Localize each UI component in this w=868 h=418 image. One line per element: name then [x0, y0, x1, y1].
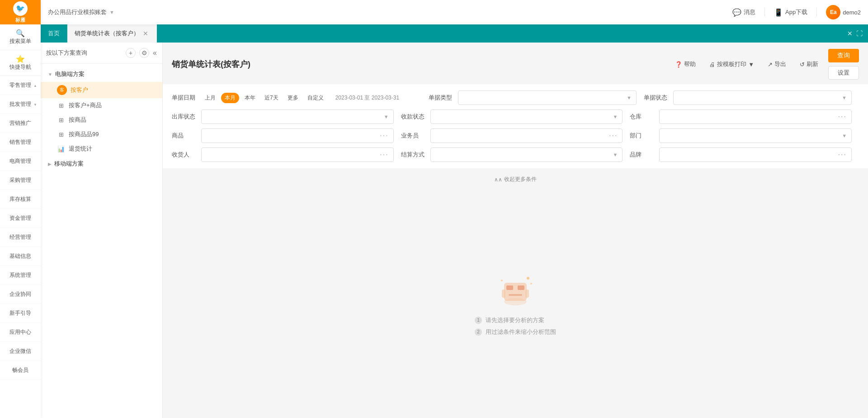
content-area: 按以下方案查询 + ⚙ « ▼ 电脑端方案 客 按客户 [41, 43, 868, 418]
salesperson-select[interactable]: ··· [430, 128, 623, 143]
sidebar-item-operation[interactable]: 经营管理 [0, 228, 41, 247]
receiver-label: 收货人 [172, 151, 197, 159]
collapse-bar[interactable]: ∧∧ 收起更多条件 [163, 172, 868, 187]
sidebar-item-coop[interactable]: 企业协同 [0, 285, 41, 304]
sidebar-item-inventory[interactable]: 库存核算 [0, 190, 41, 209]
warehouse-select[interactable]: ··· [659, 109, 852, 124]
export-button[interactable]: ↗ 导出 [764, 58, 790, 70]
date-tabs: 上月 本月 本年 近7天 更多 自定义 [201, 93, 327, 103]
bill-type-chevron-icon: ▼ [627, 95, 632, 100]
date-filter-label: 单据日期 [172, 94, 197, 102]
settle-select[interactable]: ▼ [430, 147, 623, 162]
sidebar-item-sales[interactable]: 销售管理 [0, 133, 41, 152]
tree-item-return-stat[interactable]: 📊 退货统计 [41, 142, 162, 156]
filter-section: 单据日期 上月 本月 本年 近7天 更多 自定义 2023-03-01 至 20… [163, 84, 868, 168]
receiver-select[interactable]: ··· [201, 147, 394, 162]
warehouse-filter-cell: 仓库 ··· [630, 109, 859, 124]
date-tab-this-year[interactable]: 本年 [241, 93, 259, 103]
sidebar-item-retail[interactable]: 零售管理 [0, 76, 41, 95]
query-button[interactable]: 查询 [828, 49, 859, 62]
filter-row-2: 出库状态 ▼ 收款状态 ▼ 仓库 [172, 109, 859, 124]
sidebar-item-system[interactable]: 系统管理 [0, 266, 41, 285]
collapse-panel-button[interactable]: « [153, 49, 157, 57]
date-tab-custom[interactable]: 自定义 [304, 93, 327, 103]
edit-scheme-button[interactable]: ⚙ [139, 48, 149, 58]
empty-tips: 1 请先选择要分析的方案 2 用过滤条件来缩小分析范围 [475, 316, 556, 336]
scheme-icon2: ⊞ [57, 116, 65, 124]
avatar: Ea [826, 5, 840, 19]
tab-sales-stat[interactable]: 销货单统计表（按客户） ✕ [67, 24, 157, 43]
tabbar: 首页 销货单统计表（按客户） ✕ ✕ ⛶ [41, 24, 868, 43]
out-status-select[interactable]: ▼ [201, 109, 394, 124]
tab-minimize-icon[interactable]: ✕ [847, 30, 853, 37]
goods-filter-cell: 商品 ··· [172, 128, 401, 143]
bill-type-select[interactable]: ▼ [458, 90, 637, 105]
dept-select[interactable]: ▼ [659, 128, 852, 143]
date-tab-last7[interactable]: 近7天 [261, 93, 282, 103]
settle-chevron-icon: ▼ [613, 152, 618, 157]
scheme-icon3: ⊞ [57, 130, 65, 138]
message-button[interactable]: 💬 消息 [732, 8, 755, 17]
app-download-label: App下载 [785, 8, 807, 16]
page-title-bar: 销货单统计表(按客户) ❓ 帮助 🖨 按模板打印 ▼ ↗ 导出 [163, 43, 868, 84]
settings-button[interactable]: 设置 [828, 66, 859, 80]
tab-home[interactable]: 首页 [41, 24, 67, 43]
sidebar-item-marketing[interactable]: 营销推广 [0, 114, 41, 133]
help-button[interactable]: ❓ 帮助 [671, 58, 699, 70]
date-tab-more[interactable]: 更多 [284, 93, 302, 103]
sidebar-item-ecom[interactable]: 电商管理 [0, 152, 41, 171]
edit-icon: ⚙ [142, 49, 147, 57]
add-scheme-button[interactable]: + [126, 48, 136, 58]
tree-item-return-stat-label: 退货统计 [69, 145, 92, 153]
tree-item-by-customer-goods[interactable]: ⊞ 按客户+商品 [41, 98, 162, 113]
collapse-label: ∧∧ 收起更多条件 [494, 176, 537, 183]
collapse-up-icon: ∧∧ [494, 176, 502, 183]
date-tab-last-month[interactable]: 上月 [201, 93, 219, 103]
tip-1-number: 1 [475, 317, 482, 324]
tree-item-by-goods-99[interactable]: ⊞ 按商品品99 [41, 127, 162, 142]
tab-close-icon[interactable]: ✕ [142, 30, 149, 37]
search-menu-button[interactable]: 🔍 搜索菜单 [0, 24, 41, 50]
sidebar-item-wechat[interactable]: 企业微信 [0, 342, 41, 361]
tree-parent-desktop[interactable]: ▼ 电脑端方案 [41, 66, 162, 82]
collect-status-select[interactable]: ▼ [430, 109, 623, 124]
tab-fullscreen-icon[interactable]: ⛶ [856, 30, 863, 37]
refresh-button[interactable]: ↺ 刷新 [796, 58, 822, 70]
tree-item-by-goods[interactable]: ⊞ 按商品 [41, 113, 162, 127]
scheme-icon: ⊞ [57, 101, 65, 109]
plus-icon: + [129, 49, 132, 57]
filter-row-1: 单据日期 上月 本月 本年 近7天 更多 自定义 2023-03-01 至 20… [172, 90, 859, 105]
app-download-button[interactable]: 📱 App下载 [774, 8, 807, 17]
date-tab-this-month[interactable]: 本月 [221, 93, 239, 103]
sidebar-item-newbie[interactable]: 新手引导 [0, 304, 41, 323]
industry-chevron-icon: ▼ [109, 10, 114, 15]
export-icon: ↗ [768, 61, 773, 68]
user-menu-button[interactable]: Ea demo2 [826, 5, 861, 19]
brand-label: 品牌 [630, 151, 655, 159]
scheme-icon4: 📊 [57, 145, 65, 153]
collect-status-label: 收款状态 [401, 113, 426, 121]
sidebar-item-finance[interactable]: 资金管理 [0, 209, 41, 228]
out-status-label: 出库状态 [172, 113, 197, 121]
sidebar-item-wholesale[interactable]: 批发管理 [0, 95, 41, 114]
industry-selector[interactable]: 办公用品行业模拟账套 ▼ [48, 8, 732, 16]
sidebar-item-purchase[interactable]: 采购管理 [0, 171, 41, 190]
collect-status-chevron-icon: ▼ [613, 114, 618, 119]
tree-mobile-arrow-icon: ▶ [48, 162, 52, 166]
brand-select[interactable]: ··· [659, 147, 852, 162]
bill-type-label: 单据类型 [429, 94, 453, 102]
shortcut-nav-button[interactable]: ⭐ 快捷导航 [0, 50, 41, 76]
tree-item-by-customer[interactable]: 客 按客户 [41, 82, 162, 98]
template-print-button[interactable]: 🖨 按模板打印 ▼ [706, 58, 758, 70]
tree-parent-mobile[interactable]: ▶ 移动端方案 [41, 156, 162, 171]
goods-select[interactable]: ··· [201, 128, 394, 143]
topbar-separator [764, 8, 765, 17]
sidebar-item-appcenter[interactable]: 应用中心 [0, 323, 41, 342]
bill-status-select[interactable]: ▼ [673, 90, 852, 105]
bill-status-label: 单据状态 [644, 94, 669, 102]
goods-label: 商品 [172, 132, 197, 140]
sidebar-item-basic[interactable]: 基础信息 [0, 247, 41, 266]
sidebar-item-member[interactable]: 畅会员 [0, 361, 41, 380]
tab-home-label: 首页 [48, 29, 60, 38]
dept-filter-cell: 部门 ▼ [630, 128, 859, 143]
